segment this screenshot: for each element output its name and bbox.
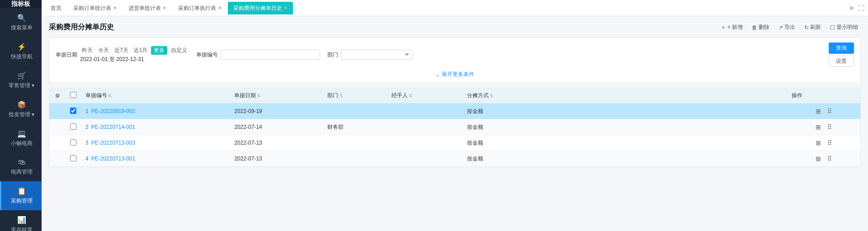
table: ⚙ 单据编号⇅ 单据日期⇅ 部门⇅ 经手人⇅ 分摊方式⇅ 操作 1PE-2022…	[49, 88, 860, 167]
show-columns-button[interactable]: ☐ 显示明细	[827, 22, 861, 33]
quicknav-icon: ⚡	[5, 42, 38, 51]
sidebar-item-quicknav[interactable]: ⚡ 快捷导航	[0, 37, 42, 66]
sidebar-item-retail[interactable]: 🛒 零售管理 ▾	[0, 66, 42, 95]
shortcut-week7[interactable]: 近7天	[113, 46, 130, 55]
more-icon[interactable]: ⠿	[826, 154, 834, 163]
tab-label: 采购订单统计表	[73, 2, 111, 14]
row-dept	[323, 151, 387, 167]
col-split-method-label: 分摊方式	[467, 92, 489, 99]
close-window-icon[interactable]: ✕	[849, 5, 854, 12]
shortcut-month1[interactable]: 近1月	[132, 46, 150, 55]
sort-icon[interactable]: ⇅	[409, 93, 412, 98]
edit-icon[interactable]: ⊞	[814, 123, 823, 132]
delete-button[interactable]: 🗑 删除	[749, 22, 772, 33]
docno-search-field: 单据编号	[196, 50, 320, 60]
tab-label: 进货单统计表	[128, 2, 161, 14]
shortcut-today[interactable]: 今天	[96, 46, 111, 55]
sidebar-item-label: 快捷导航	[11, 53, 33, 60]
date-shortcuts: 昨天 今天 近7天 近1月 更多 自定义	[80, 46, 189, 55]
tab-close-icon[interactable]: ✕	[163, 2, 166, 14]
export-button[interactable]: ↗ 导出	[776, 22, 798, 33]
shortcut-custom[interactable]: 自定义	[169, 46, 189, 55]
purchase-icon: 📋	[5, 187, 38, 195]
row-num-doc: 3PE-20220713-003	[81, 135, 230, 151]
row-split-method: 按金额	[462, 104, 787, 119]
ecommsmall-icon: 💻	[5, 129, 38, 138]
sidebar-item-search[interactable]: 🔍 搜索菜单	[0, 8, 42, 37]
refresh-label: 刷新	[810, 24, 821, 31]
edit-icon[interactable]: ⊞	[814, 107, 823, 116]
data-table: ⚙ 单据编号⇅ 单据日期⇅ 部门⇅ 经手人⇅ 分摊方式⇅ 操作 1PE-2022…	[49, 88, 861, 167]
row-checkbox[interactable]	[70, 155, 76, 161]
shortcut-more[interactable]: 更多	[151, 46, 167, 55]
edit-icon[interactable]: ⊞	[814, 154, 823, 163]
row-checkbox-cell	[66, 104, 81, 119]
tab-close-icon[interactable]: ✕	[113, 2, 117, 14]
col-dept-label: 部门	[327, 92, 338, 99]
tab-home-label: 首页	[51, 2, 61, 14]
row-checkbox[interactable]	[70, 139, 76, 146]
shortcut-yesterday[interactable]: 昨天	[80, 46, 94, 55]
sort-icon[interactable]: ⇅	[490, 93, 493, 98]
row-checkbox[interactable]	[70, 123, 76, 130]
doc-no-link[interactable]: PE-20220714-001	[91, 124, 135, 130]
more-icon[interactable]: ⠿	[826, 123, 834, 132]
setting-button[interactable]: 设置	[829, 56, 854, 67]
dept-search-field: 部门 财务部	[327, 50, 413, 60]
sidebar-item-label: 零售管理	[9, 82, 30, 89]
tab-purchase-cost-history[interactable]: 采购费用分摊单历史 ✕	[228, 2, 293, 14]
sidebar-item-inventory[interactable]: 📊 库存核算	[0, 210, 42, 231]
tab-inbound-stats[interactable]: 进货单统计表 ✕	[123, 2, 172, 14]
edit-icon[interactable]: ⊞	[814, 138, 823, 147]
row-settings-cell	[49, 151, 66, 167]
sidebar-item-purchase[interactable]: 📋 采购管理	[0, 181, 42, 210]
tab-purchase-order-exec[interactable]: 采购订单执行表 ✕	[173, 2, 227, 14]
row-dept	[323, 135, 387, 151]
dept-label: 部门	[327, 51, 338, 59]
dept-select[interactable]: 财务部	[341, 50, 413, 60]
tab-home[interactable]: 首页	[45, 2, 67, 14]
tabs-bar-actions: ✕ ⛶	[849, 5, 864, 12]
row-doc-date: 2022-07-14	[230, 119, 323, 135]
tab-close-icon[interactable]: ✕	[218, 2, 222, 14]
table-header: ⚙ 单据编号⇅ 单据日期⇅ 部门⇅ 经手人⇅ 分摊方式⇅ 操作	[49, 88, 860, 104]
toolbar: ＋ + 新增 🗑 删除 ↗ 导出 ↻ 刷新 ☐ 显示明细	[718, 22, 861, 33]
row-handler	[387, 135, 462, 151]
row-settings-cell	[49, 104, 66, 119]
col-settings[interactable]: ⚙	[49, 88, 66, 104]
doc-no-link[interactable]: PE-20220919-002	[91, 108, 135, 114]
date-search-field: 单据日期 昨天 今天 近7天 近1月 更多 自定义 2022-01-01 至 2…	[56, 46, 189, 63]
add-button[interactable]: ＋ + 新增	[718, 22, 745, 33]
doc-no-link[interactable]: PE-20220713-001	[91, 156, 135, 162]
add-label: + 新增	[727, 24, 743, 31]
search-icon: 🔍	[5, 14, 38, 22]
expand-more-button[interactable]: ⌄ 展开更多条件	[56, 71, 854, 78]
sidebar: 指标板 🔍 搜索菜单 ⚡ 快捷导航 🛒 零售管理 ▾ 📦 批发管理 ▾ 💻 小畅…	[0, 0, 42, 231]
more-icon[interactable]: ⠿	[826, 107, 834, 116]
sort-icon[interactable]: ⇅	[108, 93, 112, 98]
refresh-icon: ↻	[804, 24, 809, 31]
fullscreen-icon[interactable]: ⛶	[858, 5, 864, 12]
tab-close-icon[interactable]: ✕	[284, 2, 288, 14]
add-icon: ＋	[721, 24, 726, 31]
col-dept: 部门⇅	[323, 88, 387, 104]
select-all-checkbox[interactable]	[70, 92, 76, 98]
refresh-button[interactable]: ↻ 刷新	[802, 22, 824, 33]
sidebar-item-wholesale[interactable]: 📦 批发管理 ▾	[0, 95, 42, 124]
sort-icon[interactable]: ⇅	[257, 93, 260, 98]
doc-no-link[interactable]: PE-20220713-003	[91, 140, 135, 146]
row-dept: 财务部	[323, 119, 387, 135]
row-doc-date: 2022-07-13	[230, 135, 323, 151]
tab-purchase-order-stats[interactable]: 采购订单统计表 ✕	[68, 2, 122, 14]
sidebar-item-label: 电商管理	[11, 169, 33, 175]
sort-icon[interactable]: ⇅	[339, 93, 343, 98]
sidebar-item-ecommsmall[interactable]: 💻 小畅电商	[0, 124, 42, 153]
row-checkbox[interactable]	[70, 108, 76, 114]
date-range-display: 2022-01-01 至 2022-12-31	[80, 56, 189, 63]
sidebar-item-label: 搜索菜单	[11, 24, 33, 31]
sidebar-item-ecomm[interactable]: 🛍 电商管理	[0, 153, 42, 181]
more-icon[interactable]: ⠿	[826, 138, 834, 147]
query-button[interactable]: 查询	[829, 42, 854, 54]
docno-input[interactable]	[221, 50, 320, 60]
row-settings-cell	[49, 135, 66, 151]
